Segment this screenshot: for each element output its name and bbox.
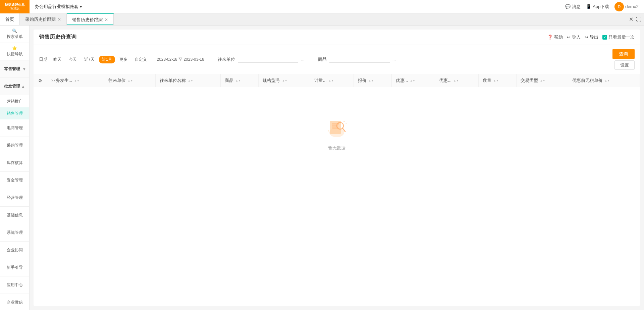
sidebar-item-guide[interactable]: 新手引导	[0, 259, 29, 276]
message-icon: 💬	[565, 4, 571, 9]
sidebar-item-operations[interactable]: 经营管理	[0, 189, 29, 207]
only-last-checkbox[interactable]: ✓ 只看最后一次	[602, 34, 635, 40]
help-btn[interactable]: ❓ 帮助	[547, 34, 563, 40]
sidebar-item-inventory[interactable]: 库存核算	[0, 154, 29, 172]
wechat-label: 企业微信	[7, 300, 23, 305]
close-sales-tab-icon[interactable]: ✕	[105, 18, 108, 22]
sort-arrows-spec: ▲▼	[282, 79, 287, 82]
import-btn[interactable]: ↩ 导入	[567, 34, 581, 40]
sidebar: 🔍 搜索菜单 ⭐ 快捷导航 零售管理 ▾ 批发管理 ▲ 营销推广 销售管理 电商…	[0, 25, 30, 310]
sidebar-item-search[interactable]: 🔍 搜索菜单	[0, 25, 29, 43]
col-discount2-label: 优惠...	[439, 78, 451, 83]
col-product[interactable]: 商品 ▲▼	[221, 74, 259, 87]
counterparty-filter-group: 往来单位 ...	[218, 56, 305, 63]
col-unit[interactable]: 计量... ▲▼	[310, 74, 354, 87]
col-discount1[interactable]: 优惠... ▲▼	[391, 74, 435, 87]
purchase-history-tab-label: 采购历史价跟踪	[25, 16, 56, 22]
chevron-right-icon: ▾	[23, 67, 25, 71]
close-purchase-tab-icon[interactable]: ✕	[58, 17, 61, 21]
date-btn-more[interactable]: 更多	[116, 56, 130, 63]
app-selector-label: 办公用品行业模拟账套	[35, 4, 78, 10]
app-download-btn[interactable]: 📱 App下载	[586, 4, 609, 10]
sidebar-item-wholesale[interactable]: 批发管理 ▲	[0, 78, 29, 95]
sort-arrows-trade-type: ▲▼	[540, 79, 545, 82]
col-biz-date[interactable]: 业务发生... ▲▼	[47, 74, 104, 87]
sidebar-item-finance[interactable]: 资金管理	[0, 172, 29, 189]
setting-button[interactable]: 设置	[614, 60, 635, 70]
header-left: 畅捷通好生意 标准版 办公用品行业模拟账套 ▾	[0, 0, 85, 13]
wholesale-label: 批发管理	[4, 84, 20, 89]
tab-home[interactable]: 首页	[0, 13, 20, 25]
counterparty-dots[interactable]: ...	[301, 57, 305, 62]
sidebar-item-basics[interactable]: 基础信息	[0, 207, 29, 224]
col-discount2[interactable]: 优惠... ▲▼	[435, 74, 479, 87]
sort-arrows-pretax-price: ▲▼	[604, 79, 610, 82]
sidebar-item-retail[interactable]: 零售管理 ▾	[0, 60, 29, 78]
basics-label: 基础信息	[7, 212, 23, 218]
col-quantity[interactable]: 数量 ▲▼	[479, 74, 517, 87]
sort-arrows-discount2: ▲▼	[453, 79, 459, 82]
main-layout: 🔍 搜索菜单 ⭐ 快捷导航 零售管理 ▾ 批发管理 ▲ 营销推广 销售管理 电商…	[0, 25, 644, 310]
date-btn-1month[interactable]: 近1月	[99, 56, 115, 63]
sales-history-tab-label: 销售历史价跟踪	[72, 17, 103, 23]
export-btn[interactable]: ↪ 导出	[585, 34, 598, 40]
fullscreen-icon[interactable]: ⛶	[636, 16, 641, 22]
username: demo2	[625, 4, 639, 9]
col-settings[interactable]: ⚙	[34, 74, 47, 87]
page-header: 销售历史价查询 ❓ 帮助 ↩ 导入 ↪ 导出 ✓	[34, 30, 640, 45]
data-table: ⚙ 业务发生... ▲▼ 往来单位 ▲▼ 往来单位名称	[34, 74, 640, 87]
date-filter-group: 日期 昨天 今天 近7天 近1月 更多 自定义	[39, 56, 150, 63]
purchase-label: 采购管理	[7, 143, 23, 148]
tab-sales-history[interactable]: 销售历史价跟踪 ✕	[67, 13, 114, 25]
col-trade-type[interactable]: 交易类型 ▲▼	[517, 74, 568, 87]
empty-illustration	[323, 114, 350, 141]
date-btn-yesterday[interactable]: 昨天	[50, 56, 64, 63]
counterparty-label: 往来单位	[218, 56, 235, 62]
system-label: 系统管理	[7, 230, 23, 236]
message-btn[interactable]: 💬 消息	[565, 4, 581, 10]
col-trade-type-label: 交易类型	[521, 78, 538, 83]
col-quantity-label: 数量	[483, 78, 491, 83]
col-discount1-label: 优惠...	[396, 78, 408, 83]
tab-purchase-history[interactable]: 采购历史价跟踪 ✕	[20, 13, 67, 25]
col-counterparty-name[interactable]: 往来单位名称 ▲▼	[156, 74, 221, 87]
col-unit-label: 计量...	[314, 78, 327, 83]
close-all-tabs-icon[interactable]: ✕	[629, 16, 633, 22]
sidebar-item-purchase[interactable]: 采购管理	[0, 137, 29, 154]
col-pretax-price[interactable]: 优惠前无税单价 ▲▼	[568, 74, 640, 87]
col-spec[interactable]: 规格型号 ▲▼	[259, 74, 310, 87]
sort-arrows-product: ▲▼	[235, 79, 241, 82]
sidebar-item-wechat[interactable]: 企业微信	[0, 294, 29, 310]
sort-arrows-unit: ▲▼	[328, 79, 334, 82]
table-area: ⚙ 业务发生... ▲▼ 往来单位 ▲▼ 往来单位名称	[34, 74, 640, 178]
col-price-label: 报价	[358, 78, 367, 83]
sidebar-item-ecommerce[interactable]: 电商管理	[0, 119, 29, 137]
product-input[interactable]	[329, 56, 390, 63]
enterprise-label: 企业协同	[7, 247, 23, 253]
logo: 畅捷通好生意 标准版	[0, 0, 30, 13]
sidebar-item-quick-nav[interactable]: ⭐ 快捷导航	[0, 43, 29, 60]
chevron-down-icon: ▲	[21, 84, 25, 89]
sidebar-item-enterprise[interactable]: 企业协同	[0, 242, 29, 259]
sidebar-item-sales-mgmt[interactable]: 销售管理	[0, 107, 29, 119]
date-btn-custom[interactable]: 自定义	[132, 56, 150, 63]
operations-label: 经营管理	[7, 195, 23, 201]
check-icon: ✓	[602, 35, 607, 40]
sidebar-item-app-center[interactable]: 应用中心	[0, 276, 29, 294]
filter-right: 查询 设置	[612, 49, 635, 70]
product-dots[interactable]: ...	[392, 57, 396, 62]
date-btn-7days[interactable]: 近7天	[81, 56, 98, 63]
user-area[interactable]: D demo2	[614, 2, 639, 11]
guide-label: 新手引导	[7, 265, 23, 270]
sidebar-item-marketing[interactable]: 营销推广	[0, 95, 29, 107]
counterparty-input[interactable]	[238, 56, 298, 63]
sidebar-item-system[interactable]: 系统管理	[0, 224, 29, 242]
app-selector[interactable]: 办公用品行业模拟账套 ▾	[32, 2, 85, 11]
query-button[interactable]: 查询	[612, 49, 635, 59]
date-buttons: 昨天 今天 近7天 近1月 更多 自定义	[50, 56, 150, 63]
col-price[interactable]: 报价 ▲▼	[354, 74, 391, 87]
col-counterparty-code[interactable]: 往来单位 ▲▼	[104, 74, 155, 87]
date-btn-today[interactable]: 今天	[66, 56, 80, 63]
svg-point-8	[346, 123, 347, 124]
date-range-text: 2023-02-18 至 2023-03-18	[157, 57, 204, 62]
